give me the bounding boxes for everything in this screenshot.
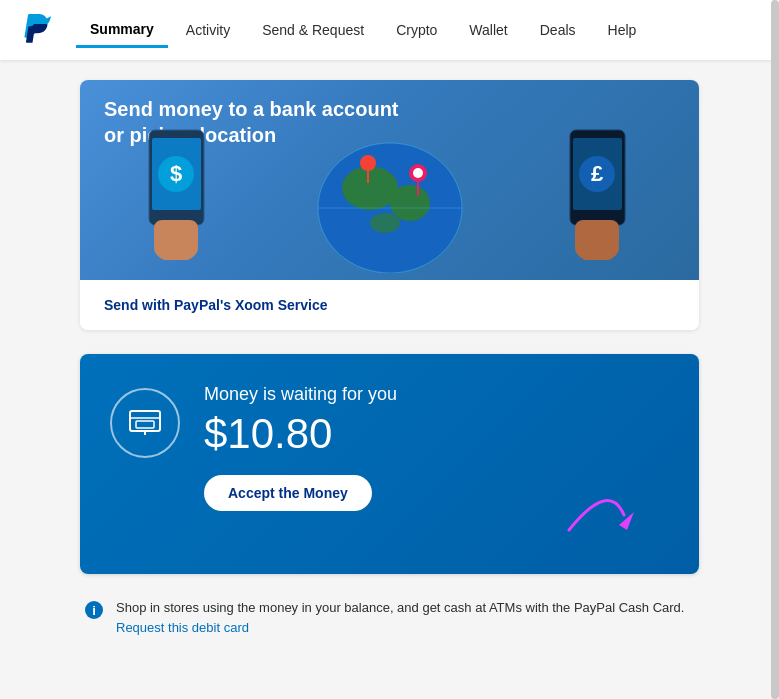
phone-right-illustration: £ xyxy=(555,120,645,264)
nav-item-deals[interactable]: Deals xyxy=(526,14,590,46)
svg-rect-5 xyxy=(154,220,198,252)
svg-text:$: $ xyxy=(170,161,182,186)
paypal-logo xyxy=(20,12,52,48)
svg-text:£: £ xyxy=(591,161,604,186)
nav-item-wallet[interactable]: Wallet xyxy=(455,14,521,46)
nav-item-activity[interactable]: Activity xyxy=(172,14,244,46)
svg-text:i: i xyxy=(92,603,96,618)
nav-item-help[interactable]: Help xyxy=(594,14,651,46)
money-icon xyxy=(110,388,180,458)
accept-money-button[interactable]: Accept the Money xyxy=(204,475,372,511)
svg-point-7 xyxy=(342,166,398,210)
nav-item-summary[interactable]: Summary xyxy=(76,13,168,48)
money-waiting-text: Money is waiting for you xyxy=(204,384,675,405)
info-section: i Shop in stores using the money in your… xyxy=(80,598,699,636)
xoom-illustration: $ xyxy=(104,96,675,264)
info-text: Shop in stores using the money in your b… xyxy=(116,600,684,615)
phone-left-illustration: $ xyxy=(134,120,224,264)
svg-point-9 xyxy=(370,213,400,233)
nav-item-crypto[interactable]: Crypto xyxy=(382,14,451,46)
xoom-card: Send money to a bank account or pickup l… xyxy=(80,80,699,330)
navbar: Summary Activity Send & Request Crypto W… xyxy=(0,0,779,60)
info-text-block: Shop in stores using the money in your b… xyxy=(116,598,695,636)
svg-rect-22 xyxy=(575,220,619,252)
money-amount: $10.80 xyxy=(204,413,675,455)
nav-item-send-request[interactable]: Send & Request xyxy=(248,14,378,46)
scrollbar[interactable] xyxy=(771,0,779,699)
svg-point-8 xyxy=(390,185,430,221)
xoom-footer-link[interactable]: Send with PayPal's Xoom Service xyxy=(104,297,328,313)
nav-links: Summary Activity Send & Request Crypto W… xyxy=(76,13,650,48)
main-content: Send money to a bank account or pickup l… xyxy=(0,60,779,666)
info-icon: i xyxy=(84,600,104,620)
info-debit-card-link[interactable]: Request this debit card xyxy=(116,620,249,635)
svg-marker-28 xyxy=(619,512,634,530)
money-card: Money is waiting for you $10.80 Accept t… xyxy=(80,354,699,574)
xoom-footer: Send with PayPal's Xoom Service xyxy=(80,280,699,330)
svg-rect-25 xyxy=(136,421,154,428)
xoom-banner: Send money to a bank account or pickup l… xyxy=(80,80,699,280)
svg-point-15 xyxy=(413,168,423,178)
arrow-decoration xyxy=(559,460,639,544)
svg-point-12 xyxy=(360,155,376,171)
